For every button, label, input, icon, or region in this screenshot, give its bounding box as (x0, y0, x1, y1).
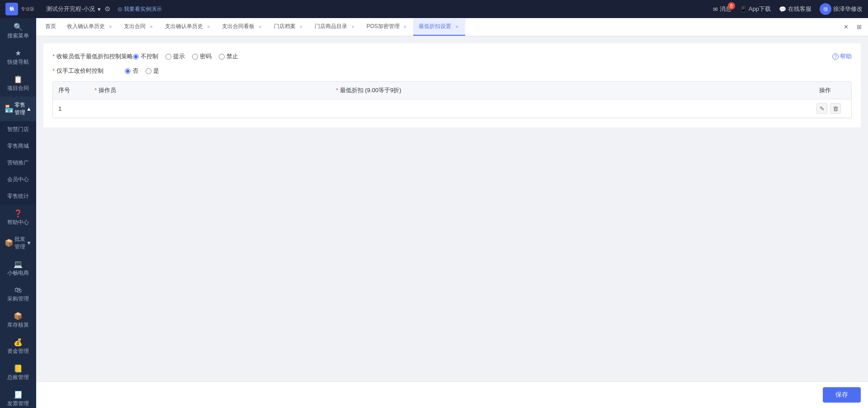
th-seq: 序号 (53, 82, 89, 99)
tab-close-store-catalog[interactable]: × (350, 23, 355, 30)
content-area: 首页 收入确认单历史 × 支出合同 × 支出确认单历史 × 支出合同看板 × 门… (36, 18, 868, 408)
tab-pos-password[interactable]: POS加密管理 × (361, 19, 414, 36)
sidebar-item-search-menu[interactable]: 🔍 搜索菜单 (0, 18, 36, 44)
tab-payment-board[interactable]: 支出合同看板 × (217, 19, 268, 36)
contract-icon: 📋 (14, 75, 23, 84)
sidebar-item-purchase-mgmt[interactable]: 🛍 采购管理 (0, 281, 36, 307)
sidebar-item-member-center[interactable]: 会员中心 (0, 171, 36, 188)
settings-gear-icon[interactable]: ⚙ (104, 5, 110, 13)
main-layout: 🔍 搜索菜单 ★ 快捷导航 📋 项目合同 🏪 零售管理 ▲ 智慧门店 零售商城 … (0, 18, 868, 408)
sidebar-item-retail-mgmt[interactable]: 🏪 零售管理 ▲ (0, 97, 36, 121)
sidebar-item-label: 采购管理 (7, 295, 29, 303)
sidebar-item-label: 发票管理 (7, 400, 29, 408)
header: 畅 专业版 测试分开完程-小况 ▾ ⚙ ◎ 我要看实例演示 ✉ 消息 8 📱 A… (0, 0, 868, 18)
radio-yes[interactable] (146, 68, 151, 74)
option-password[interactable]: 密码 (192, 52, 212, 61)
app-download-button[interactable]: 📱 App下载 (740, 5, 771, 13)
discount-strategy-row: * 收银员低于最低折扣控制策略 不控制 提示 (52, 52, 852, 61)
tab-payment-contract[interactable]: 支出合同 × (118, 19, 159, 36)
avatar-icon: 徐 (820, 3, 831, 15)
tab-close-pos-password[interactable]: × (402, 23, 408, 30)
tab-close-payment-board[interactable]: × (257, 23, 263, 30)
inventory-icon: 📦 (14, 312, 23, 320)
sidebar-item-batch-mgmt[interactable]: 📦 批发管理 ▼ (0, 231, 36, 255)
project-selector[interactable]: 测试分开完程-小况 ▾ (46, 5, 101, 13)
tab-menu-button[interactable]: ⊞ (854, 23, 864, 31)
tab-close-store-profile[interactable]: × (298, 23, 304, 30)
delete-row-button[interactable]: 🗑 (830, 103, 841, 114)
sidebar-item-help-center[interactable]: ❓ 帮助中心 (0, 205, 36, 231)
tab-bar: 首页 收入确认单历史 × 支出合同 × 支出确认单历史 × 支出合同看板 × 门… (36, 18, 868, 36)
retail-icon: 🏪 (5, 104, 14, 113)
radio-no-control[interactable] (133, 54, 139, 60)
radio-forbid[interactable] (219, 54, 225, 60)
discount-strategy-label: * 收银员低于最低折扣控制策略 (52, 52, 133, 61)
sidebar-item-label: 零售统计 (7, 192, 29, 200)
sidebar-item-marketing[interactable]: 营销推广 (0, 155, 36, 171)
save-button[interactable]: 保存 (823, 387, 861, 403)
td-discount (332, 105, 806, 112)
capital-icon: 💰 (14, 338, 23, 347)
sidebar-item-label: 零售商城 (7, 142, 29, 150)
option-yes[interactable]: 是 (146, 67, 159, 75)
tab-store-catalog[interactable]: 门店商品目录 × (309, 19, 361, 36)
main-card: * 收银员低于最低折扣控制策略 不控制 提示 (43, 43, 861, 127)
sidebar-item-label: 零售管理 (14, 101, 26, 117)
td-seq: 1 (53, 102, 89, 116)
sidebar-item-inventory[interactable]: 📦 库存核算 (0, 307, 36, 333)
option-no[interactable]: 否 (125, 67, 138, 75)
manual-price-radio-group: 否 是 (125, 67, 159, 75)
tab-min-discount[interactable]: 最低折扣设置 × (413, 19, 465, 36)
sidebar-item-quick-nav[interactable]: ★ 快捷导航 (0, 44, 36, 70)
sidebar-item-capital-mgmt[interactable]: 💰 资金管理 (0, 333, 36, 360)
sidebar-item-project-contract[interactable]: 📋 项目合同 (0, 70, 36, 97)
sidebar: 🔍 搜索菜单 ★ 快捷导航 📋 项目合同 🏪 零售管理 ▲ 智慧门店 零售商城 … (0, 18, 36, 408)
sidebar-item-ecommerce[interactable]: 💻 小畅电商 (0, 255, 36, 281)
radio-no[interactable] (125, 68, 131, 74)
tab-income-history[interactable]: 收入确认单历史 × (61, 19, 118, 36)
option-forbid[interactable]: 禁止 (219, 52, 238, 61)
sidebar-item-label: 小畅电商 (7, 269, 29, 277)
sidebar-item-invoice-mgmt[interactable]: 🧾 发票管理 (0, 386, 36, 408)
tab-close-income-history[interactable]: × (108, 23, 113, 30)
logo-icon: 畅 (5, 3, 18, 15)
sidebar-item-label: 批发管理 (14, 235, 26, 251)
edit-row-button[interactable]: ✎ (816, 103, 827, 114)
table-body: 1 ✎ 🗑 (53, 99, 851, 118)
th-action: 操作 (802, 82, 848, 99)
th-discount: * 最低折扣 (9.00等于9折) (330, 82, 802, 99)
sidebar-item-label: 帮助中心 (7, 219, 29, 226)
option-hint[interactable]: 提示 (165, 52, 185, 61)
sidebar-item-label: 营销推广 (7, 159, 29, 167)
ledger-icon: 📒 (14, 364, 23, 373)
message-button[interactable]: ✉ 消息 8 (713, 5, 731, 13)
page-footer: 保存 (36, 381, 868, 408)
online-service-button[interactable]: 💬 在线客服 (779, 5, 811, 13)
sidebar-item-retail-stats[interactable]: 零售统计 (0, 188, 36, 205)
demo-link[interactable]: ◎ 我要看实例演示 (118, 5, 162, 13)
radio-password[interactable] (192, 54, 198, 60)
table-row: 1 ✎ 🗑 (53, 99, 851, 118)
tab-close-payment-confirm-history[interactable]: × (206, 23, 211, 30)
tab-store-profile[interactable]: 门店档案 × (269, 19, 309, 36)
radio-hint[interactable] (165, 54, 171, 60)
tab-home[interactable]: 首页 (40, 19, 61, 36)
help-link[interactable]: ? 帮助 (832, 52, 852, 61)
sidebar-item-ledger[interactable]: 📒 总账管理 (0, 360, 36, 386)
option-no-control[interactable]: 不控制 (133, 52, 158, 61)
chevron-down-icon: ▲ (26, 106, 32, 112)
user-avatar[interactable]: 徐 徐泽华修改 (820, 3, 863, 15)
discount-strategy-radio-group: 不控制 提示 密码 禁止 (133, 52, 238, 61)
sidebar-item-retail-mall[interactable]: 零售商城 (0, 138, 36, 155)
scrollbar-placeholder (848, 82, 851, 99)
logo-text: 专业版 (21, 6, 34, 12)
sidebar-item-smart-store[interactable]: 智慧门店 (0, 121, 36, 138)
invoice-icon: 🧾 (14, 390, 23, 399)
tab-close-payment-contract[interactable]: × (148, 23, 154, 30)
sidebar-item-label: 智慧门店 (7, 126, 29, 133)
app-logo: 畅 专业版 (5, 3, 42, 15)
tab-close-min-discount[interactable]: × (454, 23, 459, 30)
td-action: ✎ 🗑 (806, 99, 851, 117)
tab-payment-confirm-history[interactable]: 支出确认单历史 × (160, 19, 217, 36)
tab-close-all-button[interactable]: ✕ (841, 23, 851, 31)
